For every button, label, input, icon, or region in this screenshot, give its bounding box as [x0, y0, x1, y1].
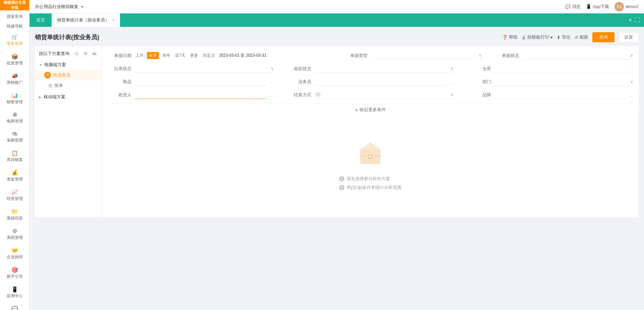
sidebar-item-appstore[interactable]: 📱 应用中心: [0, 283, 29, 302]
doc-type-select[interactable]: ∨: [370, 52, 482, 59]
warehouse-dots-icon[interactable]: …: [628, 65, 633, 71]
sidebar-item-operation[interactable]: 📈 经营管理: [0, 186, 29, 205]
appstore-icon: 📱: [11, 286, 18, 293]
app-logo[interactable]: 畅捷通好生意 标版: [0, 0, 30, 10]
setting-button[interactable]: 设置: [619, 32, 639, 42]
marketing-icon: 📣: [11, 73, 18, 79]
export-button[interactable]: ⬇ 导出: [557, 34, 571, 40]
date-btn-thismonth[interactable]: 本月: [147, 52, 159, 59]
sidebar-item-wholesale[interactable]: 📦 批发管理: [0, 50, 29, 69]
edit-scheme-button[interactable]: ✎: [82, 50, 89, 57]
avatar-text: Ea: [617, 4, 622, 9]
sidebar-item-system-label: 系统管理: [7, 235, 23, 241]
date-label: 单据日期: [107, 53, 134, 59]
search-menu-area[interactable]: 搜索菜单: [0, 10, 29, 21]
salesperson-input[interactable]: [314, 78, 447, 86]
tab-window-close-icon[interactable]: ×: [629, 17, 632, 23]
date-btn-custom[interactable]: 自定义: [202, 52, 216, 59]
sidebar-item-appstore-label: 应用中心: [7, 293, 23, 299]
sidebar-item-ecommerce-label: 电商管理: [7, 118, 23, 124]
enterprise-icon: 🤝: [11, 247, 18, 254]
receiver-dots-icon[interactable]: …: [268, 92, 274, 98]
doc-status-select[interactable]: ∨: [522, 52, 633, 59]
sidebar-item-finance-label: 资金管理: [7, 176, 23, 182]
tip-text-1: 请先选择要分析的方案: [346, 174, 390, 183]
tab-home[interactable]: 首页: [30, 13, 52, 27]
print-button[interactable]: 🖨 按模板打印 ▾: [522, 34, 553, 40]
message-label: 消息: [572, 4, 581, 10]
export-icon: ⬇: [557, 35, 560, 40]
sidebar-item-enterprise[interactable]: 🤝 企业协同: [0, 244, 29, 263]
refresh-button[interactable]: ↺ 刷新: [575, 34, 588, 40]
sidebar-item-inventory-label: 库存核算: [7, 157, 23, 163]
out-status-control: ∨: [134, 65, 274, 72]
settlement-select[interactable]: × ∨: [314, 91, 453, 99]
scheme-group-pc-header[interactable]: ▼ 电脑端方案: [35, 60, 102, 70]
svg-point-6: [371, 154, 373, 156]
weixin-icon: 💬: [11, 306, 18, 310]
date-btn-more[interactable]: 更多: [189, 52, 200, 59]
date-btn-thisyear[interactable]: 本年: [161, 52, 172, 59]
sidebar-item-purchase[interactable]: 🛍 采购管理: [0, 127, 29, 147]
sidebar-item-newbie[interactable]: 🎯 新手引导: [0, 263, 29, 283]
date-range-text: 2023-03-01 至 2023-03-31: [219, 53, 266, 58]
salesperson-control: …: [314, 78, 453, 86]
date-btn-7days[interactable]: 近7天: [174, 52, 187, 59]
avatar: Ea: [614, 2, 624, 11]
basic-icon: 📁: [11, 208, 18, 215]
goods-dots-icon[interactable]: …: [268, 79, 274, 85]
user-area[interactable]: Ea demo2: [614, 2, 639, 11]
collapse-label: 收起更多条件: [360, 107, 386, 113]
sidebar-item-inventory[interactable]: 📋 库存核算: [0, 147, 29, 166]
scheme-sub-item-order[interactable]: ⊞ 按单: [35, 81, 102, 91]
brand-input[interactable]: [494, 91, 627, 99]
logo-subtext: 标版: [11, 5, 18, 10]
add-scheme-button[interactable]: +: [73, 50, 80, 57]
department-select[interactable]: ∨: [494, 78, 633, 86]
brand-dots-icon[interactable]: …: [628, 92, 633, 98]
salesperson-dots-icon[interactable]: …: [448, 79, 453, 85]
sidebar-item-system[interactable]: ⚙ 系统管理: [0, 224, 29, 244]
sidebar-item-basic[interactable]: 📁 基础信息: [0, 205, 29, 224]
retail-icon: 🛒: [11, 34, 18, 40]
sidebar-item-finance[interactable]: 💰 资金管理: [0, 166, 29, 186]
quick-nav-item[interactable]: 快捷导航: [0, 21, 29, 31]
date-range-display: 2023-03-01 至 2023-03-31: [219, 53, 330, 58]
tab-window-maximize-icon[interactable]: ⛶: [635, 17, 640, 23]
user-name: demo2: [625, 4, 639, 9]
empty-tips: 1 请先选择要分析的方案 2 用[过滤]条件来缩小分析范围: [339, 174, 401, 192]
message-button[interactable]: 💬 消息: [565, 4, 581, 10]
print-dropdown-icon[interactable]: ▾: [550, 35, 553, 40]
settlement-control: × ∨: [314, 91, 453, 99]
brand-control: …: [494, 91, 633, 99]
warehouse-select[interactable]: …: [494, 64, 633, 73]
app-download-button[interactable]: 📱 App下载: [586, 4, 609, 10]
svg-point-5: [368, 154, 369, 156]
search-menu-button[interactable]: 搜索菜单: [0, 14, 29, 19]
collapse-button[interactable]: ∧ 收起更多条件: [355, 107, 386, 113]
topbar-dropdown-icon[interactable]: ▾: [81, 4, 83, 9]
payment-status-select[interactable]: ∨: [314, 65, 453, 72]
sidebar-item-weixin[interactable]: 💬 企业微信: [0, 302, 29, 310]
out-status-select[interactable]: ∨: [134, 65, 274, 72]
settlement-clear-icon[interactable]: ×: [315, 92, 321, 97]
sidebar-item-marketing[interactable]: 📣 营销推广: [0, 69, 29, 89]
receiver-input[interactable]: [134, 91, 267, 99]
tab-close-icon[interactable]: ×: [112, 18, 114, 22]
collapse-panel-button[interactable]: ≪: [91, 50, 98, 57]
sidebar-item-ecommerce[interactable]: 🖥 电商管理: [0, 108, 29, 127]
scheme-group-mobile-header[interactable]: ▶ 移动端方案: [35, 92, 102, 102]
tab-actions: × ⛶: [625, 13, 644, 27]
help-button[interactable]: ❓ 帮助: [502, 34, 518, 40]
filter-row-4: 收货人 … 结算方式 × ∨ 品牌: [107, 91, 633, 99]
scheme-item-salesperson[interactable]: 员 按业务员: [35, 70, 102, 81]
date-btn-lastmonth[interactable]: 上月: [134, 52, 145, 59]
empty-tip-2: 2 用[过滤]条件来缩小分析范围: [339, 183, 401, 192]
scheme-group-mobile-arrow-icon: ▶: [39, 95, 42, 99]
sidebar-item-retail[interactable]: 🛒 零售管理: [0, 31, 29, 50]
tab-sales-stats[interactable]: 销货单统计表（按业务员） ×: [52, 13, 120, 27]
goods-input[interactable]: [134, 78, 267, 86]
query-button[interactable]: 查询: [592, 32, 614, 42]
refresh-icon: ↺: [575, 35, 578, 40]
sidebar-item-sales[interactable]: 📊 销售管理: [0, 89, 29, 108]
